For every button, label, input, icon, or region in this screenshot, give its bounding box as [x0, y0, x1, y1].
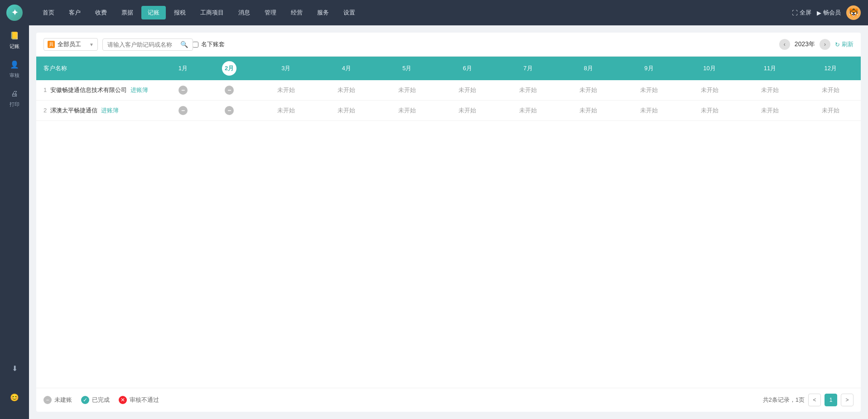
col-m12: 12月 — [800, 57, 861, 80]
audit-icon: 👤 — [9, 59, 20, 70]
download-icon: ⬇ — [9, 363, 20, 374]
table-wrapper: 客户名称 1月 2月 3月 4月 5月 6月 7月 8月 9月 10月 11月 — [36, 57, 861, 388]
not-started-text: 未开始 — [338, 87, 355, 93]
not-started-text: 未开始 — [458, 87, 476, 93]
employee-select-icon: 員 — [48, 41, 55, 48]
fullscreen-btn[interactable]: ⛶ 全屏 — [792, 9, 811, 17]
not-started-text: 未开始 — [640, 87, 658, 93]
ledger-table: 客户名称 1月 2月 3月 4月 5月 6月 7月 8月 9月 10月 11月 — [36, 57, 861, 121]
sidebar-logo: ✦ — [0, 0, 29, 25]
top-navigation: 首页 客户 收费 票据 记账 报税 工商项目 消息 管理 经营 服务 设置 ⛶ … — [29, 0, 868, 25]
nav-fee[interactable]: 收费 — [89, 6, 113, 19]
member-btn[interactable]: ▶ 畅会员 — [817, 9, 841, 17]
sidebar-item-ledger[interactable]: 📒 记账 — [0, 25, 29, 54]
not-built-icon: − — [43, 396, 52, 404]
checkbox-label[interactable]: 名下账套 — [193, 40, 225, 48]
col-m2: 2月 — [203, 57, 256, 80]
user-avatar[interactable]: 🐯 — [846, 5, 861, 20]
sidebar-label-print: 打印 — [10, 101, 19, 108]
member-label: 畅会员 — [823, 9, 841, 17]
checkbox-text: 名下账套 — [201, 40, 225, 48]
rejected-icon: ✕ — [119, 396, 127, 404]
cell-m2: − — [203, 101, 256, 121]
row-num: 2 — [43, 107, 47, 114]
cell-m1: − — [163, 80, 203, 101]
sidebar: ✦ 📒 记账 👤 审核 🖨 打印 ⬇ 😊 — [0, 0, 29, 419]
table-row: 1安徽畅捷通信息技术有限公司进账簿−−未开始未开始未开始未开始未开始未开始未开始… — [36, 80, 861, 101]
cell-m6: 未开始 — [437, 80, 498, 101]
next-year-btn[interactable]: › — [820, 39, 830, 50]
completed-icon: ✓ — [81, 396, 89, 404]
not-started-text: 未开始 — [761, 87, 779, 93]
search-button[interactable]: 🔍 — [180, 41, 188, 48]
employee-select[interactable]: 員 全部员工 ▼ — [43, 38, 98, 51]
col-m4: 4月 — [316, 57, 377, 80]
sidebar-item-support[interactable]: 😊 — [0, 383, 29, 412]
nav-settings[interactable]: 设置 — [337, 6, 362, 19]
nav-tax[interactable]: 报税 — [168, 6, 192, 19]
ledger-icon: 📒 — [9, 30, 20, 41]
sidebar-item-audit[interactable]: 👤 审核 — [0, 54, 29, 83]
refresh-button[interactable]: ↻ 刷新 — [835, 40, 854, 48]
nav-invoice[interactable]: 票据 — [115, 6, 140, 19]
legend-not-built: − 未建账 — [43, 396, 72, 404]
mine-checkbox[interactable] — [193, 42, 198, 48]
next-page-btn[interactable]: > — [841, 394, 854, 406]
col-m7: 7月 — [498, 57, 559, 80]
search-input[interactable] — [102, 39, 193, 51]
sidebar-label-audit: 审核 — [10, 72, 19, 79]
table-row: 2漯澳太平畅捷通信进账簿−−未开始未开始未开始未开始未开始未开始未开始未开始未开… — [36, 101, 861, 121]
sidebar-bottom: ⬇ 😊 — [0, 354, 29, 419]
col-name: 客户名称 — [36, 57, 163, 80]
nav-manage[interactable]: 管理 — [258, 6, 283, 19]
nav-operation[interactable]: 经营 — [285, 6, 309, 19]
cell-m3: 未开始 — [256, 80, 317, 101]
table-body: 1安徽畅捷通信息技术有限公司进账簿−−未开始未开始未开始未开始未开始未开始未开始… — [36, 80, 861, 121]
sidebar-item-download[interactable]: ⬇ — [0, 354, 29, 383]
prev-page-btn[interactable]: < — [808, 394, 821, 406]
cell-m11: 未开始 — [740, 101, 800, 121]
support-icon: 😊 — [9, 392, 20, 403]
not-started-text: 未开始 — [277, 107, 295, 114]
employee-select-text: 全部员工 — [58, 40, 87, 48]
pagination: 共2条记录，1页 < 1 > — [763, 394, 854, 406]
nav-message[interactable]: 消息 — [232, 6, 256, 19]
year-navigation: ‹ 2023年 › — [779, 39, 830, 50]
col-m10: 10月 — [679, 57, 740, 80]
cell-m11: 未开始 — [740, 80, 800, 101]
enter-link[interactable]: 进账簿 — [101, 107, 119, 114]
current-page-btn[interactable]: 1 — [825, 394, 837, 406]
not-started-text: 未开始 — [458, 107, 476, 114]
nav-customer[interactable]: 客户 — [63, 6, 87, 19]
cell-m9: 未开始 — [619, 101, 680, 121]
nav-home[interactable]: 首页 — [36, 6, 61, 19]
customer-name: 安徽畅捷通信息技术有限公司 — [50, 87, 127, 93]
not-started-text: 未开始 — [519, 107, 537, 114]
refresh-icon: ↻ — [835, 41, 840, 48]
cell-m3: 未开始 — [256, 101, 317, 121]
nav-ledger[interactable]: 记账 — [141, 6, 166, 19]
cell-name: 2漯澳太平畅捷通信进账簿 — [36, 101, 163, 121]
col-m1: 1月 — [163, 57, 203, 80]
cell-m12: 未开始 — [800, 80, 861, 101]
col-m9: 9月 — [619, 57, 680, 80]
prev-year-btn[interactable]: ‹ — [779, 39, 790, 50]
sidebar-label-ledger: 记账 — [10, 43, 19, 50]
not-started-text: 未开始 — [398, 107, 416, 114]
nav-bizitem[interactable]: 工商项目 — [194, 6, 230, 19]
main-area: 首页 客户 收费 票据 记账 报税 工商项目 消息 管理 经营 服务 设置 ⛶ … — [29, 0, 868, 419]
completed-label: 已完成 — [92, 396, 110, 404]
sidebar-item-print[interactable]: 🖨 打印 — [0, 83, 29, 112]
cell-m9: 未开始 — [619, 80, 680, 101]
refresh-label: 刷新 — [842, 40, 854, 48]
status-dash-icon: − — [225, 106, 234, 115]
main-card: 員 全部员工 ▼ 🔍 名下账套 ‹ 2023年 › — [36, 33, 861, 412]
nav-service[interactable]: 服务 — [311, 6, 335, 19]
not-started-text: 未开始 — [701, 87, 719, 93]
enter-link[interactable]: 进账簿 — [130, 87, 148, 93]
cell-m5: 未开始 — [377, 101, 438, 121]
not-started-text: 未开始 — [579, 107, 597, 114]
not-built-label: 未建账 — [54, 396, 72, 404]
cell-m2: − — [203, 80, 256, 101]
toolbar: 員 全部员工 ▼ 🔍 名下账套 ‹ 2023年 › — [36, 33, 861, 57]
